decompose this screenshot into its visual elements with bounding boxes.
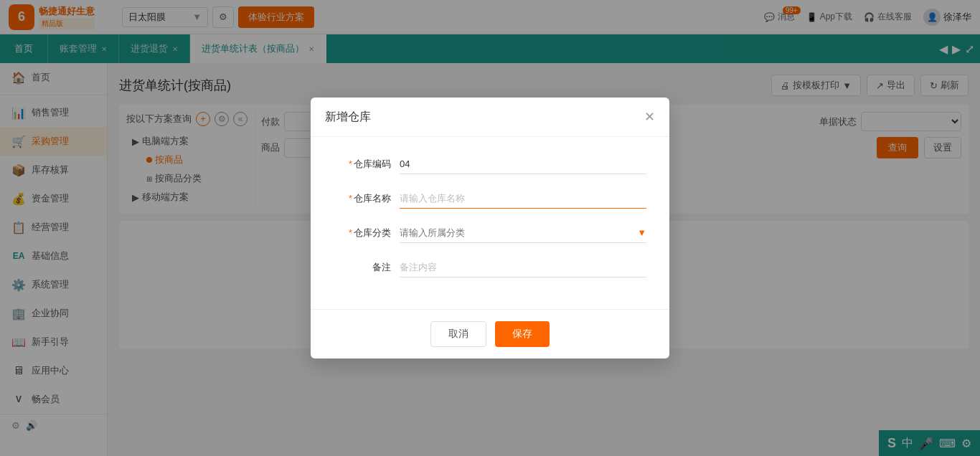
category-dropdown-icon[interactable]: ▼	[637, 227, 646, 238]
category-select-wrap: ▼	[400, 223, 646, 243]
note-input[interactable]	[400, 257, 646, 277]
name-label: 仓库名称	[334, 192, 391, 205]
form-item-code: 仓库编码	[334, 154, 646, 174]
save-button[interactable]: 保存	[495, 321, 550, 347]
modal-header: 新增仓库 ✕	[311, 98, 669, 137]
new-warehouse-modal: 新增仓库 ✕ 仓库编码 仓库名称 仓库分类 ▼	[311, 98, 669, 358]
code-label: 仓库编码	[334, 158, 391, 171]
cancel-button[interactable]: 取消	[430, 321, 486, 347]
name-input[interactable]	[400, 189, 646, 209]
modal-title: 新增仓库	[325, 110, 371, 125]
form-item-note: 备注	[334, 257, 646, 277]
modal-close-button[interactable]: ✕	[644, 109, 655, 125]
category-input[interactable]	[400, 227, 637, 238]
modal-overlay[interactable]: 新增仓库 ✕ 仓库编码 仓库名称 仓库分类 ▼	[0, 0, 980, 456]
modal-body: 仓库编码 仓库名称 仓库分类 ▼ 备注	[311, 137, 669, 309]
form-item-category: 仓库分类 ▼	[334, 223, 646, 243]
form-item-name: 仓库名称	[334, 189, 646, 209]
note-label: 备注	[334, 261, 391, 274]
category-label: 仓库分类	[334, 227, 391, 239]
modal-footer: 取消 保存	[311, 309, 669, 358]
code-input[interactable]	[400, 154, 646, 174]
